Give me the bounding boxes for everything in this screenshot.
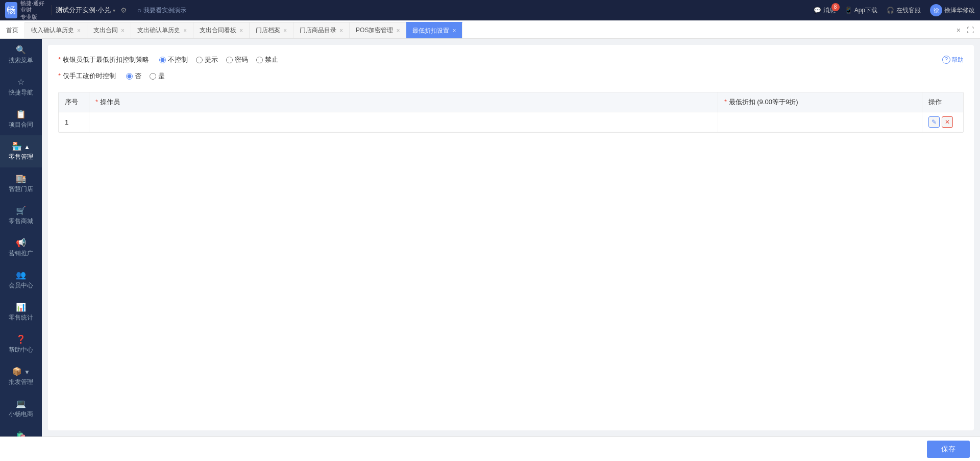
online-service-button[interactable]: 🎧 在线客服 — [887, 6, 921, 15]
member-icon: 👥 — [2, 270, 40, 280]
tab-store-file[interactable]: 门店档案 × — [250, 22, 293, 38]
main-card: 收银员低于最低折扣控制策略 不控制 提示 密码 — [48, 45, 974, 430]
tab-home[interactable]: 首页 — [0, 22, 25, 38]
close-icon[interactable]: × — [121, 27, 125, 34]
radio-yes[interactable]: 是 — [150, 71, 165, 81]
close-icon[interactable]: × — [339, 27, 343, 34]
help-link[interactable]: 帮助 — [942, 56, 964, 64]
sidebar-item-shortcuts[interactable]: ☆ 快捷导航 — [0, 71, 42, 103]
project-name: 测试分开实例·小兑 — [56, 6, 111, 15]
sidebar-item-online-store-label: 零售商城 — [2, 217, 40, 226]
table-row: 1 ✎ ✕ — [59, 112, 963, 132]
top-divider — [51, 5, 52, 15]
row-actions: ✎ ✕ — [928, 116, 953, 128]
radio-prompt[interactable]: 提示 — [196, 55, 218, 64]
tab-payment-board-label: 支出合同看板 — [200, 26, 236, 35]
close-icon[interactable]: × — [283, 27, 287, 34]
demo-link[interactable]: 我要看实例演示 — [137, 6, 186, 15]
tab-home-label: 首页 — [6, 26, 18, 35]
sidebar-item-wholesale[interactable]: 📦 ▼ 批发管理 — [0, 360, 42, 393]
radio-forbid-label: 禁止 — [265, 55, 278, 64]
sidebar-item-retail[interactable]: 🏪 ▲ 零售管理 — [0, 135, 42, 167]
logo-text: 畅捷·通好业财专业版 — [20, 0, 47, 20]
tab-min-discount-label: 最低折扣设置 — [412, 27, 449, 35]
sidebar-item-wholesale-label: 批发管理 — [2, 378, 40, 386]
top-bar: 畅 畅捷·通好业财专业版 测试分开实例·小兑 ▾ ⚙ 我要看实例演示 💬 消息 … — [0, 0, 980, 20]
online-store-icon: 🛒 — [2, 206, 40, 215]
sidebar-item-retail-stats[interactable]: 📊 零售统计 — [0, 296, 42, 328]
sidebar-item-ecommerce[interactable]: 💻 小畅电商 — [0, 393, 42, 425]
chevron-down-icon: ▼ — [24, 369, 30, 376]
help-icon: ❓ — [2, 334, 40, 344]
close-icon[interactable]: × — [239, 27, 243, 34]
td-min-discount — [718, 112, 922, 132]
radio-forbid[interactable]: 禁止 — [256, 55, 278, 64]
th-actions: 操作 — [922, 92, 963, 112]
sidebar-item-search-label: 搜索菜单 — [2, 56, 40, 65]
close-tab-button[interactable]: × — [954, 25, 963, 35]
radio-yes-label: 是 — [158, 71, 165, 81]
sidebar-item-search[interactable]: 🔍 搜索菜单 — [0, 39, 42, 71]
discount-strategy-radio-group: 不控制 提示 密码 禁止 — [159, 55, 278, 64]
sidebar-item-help[interactable]: ❓ 帮助中心 — [0, 328, 42, 360]
discount-strategy-label: 收银员低于最低折扣控制策略 — [58, 55, 149, 64]
save-button[interactable]: 保存 — [927, 441, 970, 458]
sidebar-item-shortcuts-label: 快捷导航 — [2, 88, 40, 97]
tab-store-catalog-label: 门店商品目录 — [300, 26, 336, 35]
tab-income-confirm[interactable]: 收入确认单历史 × — [25, 22, 87, 38]
radio-no-control[interactable]: 不控制 — [159, 55, 188, 64]
sidebar-item-smart-store-label: 智慧门店 — [2, 185, 40, 193]
tab-store-catalog[interactable]: 门店商品目录 × — [293, 22, 350, 38]
user-profile-button[interactable]: 徐 徐泽华修改 — [930, 4, 975, 16]
wholesale-icon: 📦 — [12, 367, 22, 376]
settings-icon[interactable]: ⚙ — [120, 6, 127, 14]
bottom-bar: 保存 — [0, 436, 980, 461]
tab-payment-contract-label: 支出合同 — [93, 26, 118, 35]
tab-bar: 首页 收入确认单历史 × 支出合同 × 支出确认单历史 × 支出合同看板 × 门… — [0, 20, 980, 39]
app-download-button[interactable]: 📱 App下载 — [845, 6, 877, 15]
radio-no-label: 否 — [135, 71, 141, 81]
close-icon[interactable]: × — [77, 27, 81, 34]
tab-store-file-label: 门店档案 — [256, 26, 280, 35]
edit-row-button[interactable]: ✎ — [928, 116, 940, 128]
message-badge: 8 — [831, 3, 840, 11]
tab-payment-contract[interactable]: 支出合同 × — [87, 22, 131, 38]
tab-income-confirm-label: 收入确认单历史 — [31, 26, 74, 35]
sidebar-item-marketing[interactable]: 📢 营销推广 — [0, 232, 42, 264]
delete-row-button[interactable]: ✕ — [942, 116, 953, 128]
tab-end-buttons: × ⛶ — [954, 22, 980, 38]
close-icon[interactable]: × — [183, 27, 187, 34]
radio-no[interactable]: 否 — [126, 71, 141, 81]
sidebar-item-smart-store[interactable]: 🏬 智慧门店 — [0, 167, 42, 200]
project-selector[interactable]: 测试分开实例·小兑 ▾ ⚙ — [56, 6, 127, 15]
manual-price-radio-group: 否 是 — [126, 71, 165, 81]
sidebar-item-member[interactable]: 👥 会员中心 — [0, 264, 42, 296]
tab-payment-confirm[interactable]: 支出确认单历史 × — [131, 22, 193, 38]
td-actions: ✎ ✕ — [922, 112, 963, 132]
retail-section: 🏪 ▲ — [2, 141, 40, 153]
demo-link-label: 我要看实例演示 — [143, 6, 186, 15]
tab-min-discount[interactable]: 最低折扣设置 × — [406, 22, 462, 38]
sidebar-item-member-label: 会员中心 — [2, 281, 40, 290]
discount-strategy-row: 收银员低于最低折扣控制策略 不控制 提示 密码 — [58, 55, 964, 64]
expand-tab-button[interactable]: ⛶ — [965, 25, 976, 35]
messages-button[interactable]: 💬 消息 8 — [814, 6, 836, 15]
ecommerce-icon: 💻 — [2, 399, 40, 408]
sidebar-item-purchase[interactable]: 🛍️ 采购管理 — [0, 425, 42, 436]
radio-no-control-label: 不控制 — [168, 55, 188, 64]
tab-pos-password-label: POS加密管理 — [356, 26, 393, 35]
close-icon[interactable]: × — [452, 27, 456, 34]
tab-payment-board[interactable]: 支出合同看板 × — [193, 22, 250, 38]
star-icon: ☆ — [2, 77, 40, 87]
td-seq: 1 — [59, 112, 89, 132]
radio-password[interactable]: 密码 — [226, 55, 248, 64]
sidebar-item-contracts[interactable]: 📋 项目合同 — [0, 103, 42, 135]
sidebar-item-online-store[interactable]: 🛒 零售商城 — [0, 200, 42, 232]
th-seq: 序号 — [59, 92, 89, 112]
message-icon: 💬 — [814, 7, 821, 14]
tab-pos-password[interactable]: POS加密管理 × — [350, 22, 406, 38]
td-operator — [89, 112, 718, 132]
main-layout: 🔍 搜索菜单 ☆ 快捷导航 📋 项目合同 🏪 ▲ 零售管理 🏬 智慧门店 🛒 零… — [0, 39, 980, 436]
close-icon[interactable]: × — [396, 27, 400, 34]
tab-payment-confirm-label: 支出确认单历史 — [137, 26, 180, 35]
